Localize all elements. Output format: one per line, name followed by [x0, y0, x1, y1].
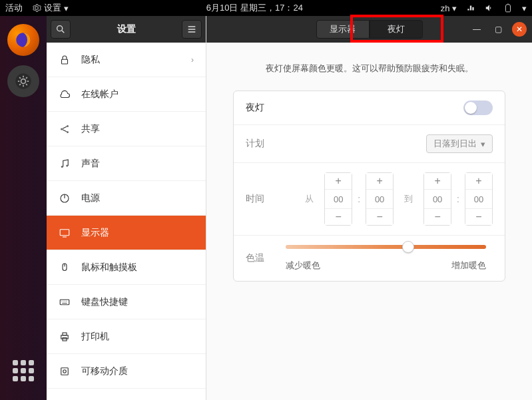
from-hour-input[interactable]: [325, 189, 352, 209]
hamburger-menu[interactable]: [182, 20, 202, 39]
to-minute-spinner[interactable]: + −: [465, 172, 493, 226]
minus-button[interactable]: −: [366, 209, 393, 225]
colon: :: [457, 194, 459, 204]
dock-settings[interactable]: [7, 65, 39, 97]
colon: :: [358, 194, 360, 204]
row-time: 时间 从 + − : + −: [234, 163, 505, 236]
tab-displays[interactable]: 显示器: [316, 20, 370, 39]
minus-button[interactable]: −: [424, 209, 451, 225]
temp-slider[interactable]: [286, 245, 486, 249]
svg-point-3: [57, 26, 63, 31]
schedule-label: 计划: [246, 138, 279, 150]
music-icon: [59, 158, 71, 170]
sidebar-item-label: 电源: [81, 192, 100, 204]
dock-show-apps[interactable]: [7, 355, 39, 387]
system-menu-arrow[interactable]: ▾: [522, 3, 527, 13]
night-light-description: 夜灯使屏幕颜色更暖。这可以帮助预防眼疲劳和失眠。: [233, 63, 505, 75]
settings-window: 设置 隐私 › 在线帐户 共享 声音: [47, 16, 532, 400]
chevron-down-icon: ▾: [481, 139, 485, 149]
sidebar-item-printer[interactable]: 打印机: [47, 319, 206, 354]
keyboard-icon: [59, 296, 71, 308]
window-controls: — ▢ ✕: [469, 22, 527, 37]
sidebar-item-label: 可移动介质: [81, 365, 128, 377]
sidebar-item-sound[interactable]: 声音: [47, 146, 206, 181]
gear-icon: [14, 72, 33, 91]
lock-icon: [59, 54, 71, 66]
from-minute-spinner[interactable]: + −: [366, 172, 394, 226]
less-warm-label: 减少暖色: [286, 260, 320, 272]
minimize-button[interactable]: —: [469, 22, 484, 37]
sidebar-item-label: 鼠标和触摸板: [81, 262, 137, 274]
svg-point-10: [66, 164, 68, 166]
svg-rect-20: [63, 337, 67, 341]
maximize-button[interactable]: ▢: [491, 22, 505, 37]
svg-point-8: [67, 131, 69, 133]
battery-icon[interactable]: [503, 3, 513, 13]
plus-button[interactable]: +: [424, 173, 451, 189]
plus-button[interactable]: +: [465, 173, 492, 189]
sidebar-item-color[interactable]: 色彩: [47, 389, 206, 400]
svg-rect-19: [63, 333, 67, 335]
sidebar-header: 设置: [47, 16, 206, 43]
network-icon[interactable]: [466, 3, 475, 13]
svg-rect-13: [60, 229, 69, 235]
sidebar-item-sharing[interactable]: 共享: [47, 112, 206, 146]
sidebar-item-online-accounts[interactable]: 在线帐户: [47, 77, 206, 112]
app-menu[interactable]: 设置 ▾: [32, 2, 69, 14]
svg-point-7: [67, 125, 69, 127]
schedule-value: 日落到日出: [433, 138, 477, 150]
input-source[interactable]: zh ▾: [441, 3, 457, 13]
svg-line-4: [62, 31, 64, 33]
share-icon: [59, 123, 71, 135]
slider-thumb[interactable]: [402, 241, 414, 253]
plus-button[interactable]: +: [366, 173, 393, 189]
close-button[interactable]: ✕: [512, 22, 527, 37]
night-light-panel: 夜灯 计划 日落到日出 ▾ 时间 从: [233, 91, 505, 282]
temp-slider-wrap: 减少暖色 增加暖色: [279, 245, 493, 272]
settings-main: 显示器 夜灯 — ▢ ✕ 夜灯使屏幕颜色更暖。这可以帮助预防眼疲劳和失眠。 夜灯…: [206, 16, 532, 400]
sidebar-title: 设置: [75, 23, 178, 35]
minus-button[interactable]: −: [465, 209, 492, 225]
content-area: 夜灯使屏幕颜色更暖。这可以帮助预防眼疲劳和失眠。 夜灯 计划 日落到日出 ▾: [206, 43, 532, 400]
night-light-label: 夜灯: [246, 102, 264, 114]
tab-night-light[interactable]: 夜灯: [370, 20, 423, 39]
sidebar-item-label: 打印机: [81, 331, 109, 343]
sidebar-item-display[interactable]: 显示器: [47, 216, 206, 250]
more-warm-label: 增加暖色: [451, 260, 486, 272]
clock[interactable]: 6月10日 星期三，17：24: [69, 2, 441, 14]
activities-button[interactable]: 活动: [5, 2, 23, 14]
to-label: 到: [404, 193, 413, 205]
from-hour-spinner[interactable]: + −: [324, 172, 352, 226]
sidebar-item-removable[interactable]: 可移动介质: [47, 354, 206, 389]
system-top-bar: 活动 设置 ▾ 6月10日 星期三，17：24 zh ▾ ▾: [0, 0, 532, 16]
to-minute-input[interactable]: [465, 189, 492, 209]
tab-group: 显示器 夜灯: [316, 20, 423, 39]
from-minute-input[interactable]: [366, 189, 393, 209]
dock: [0, 16, 47, 400]
sidebar-item-privacy[interactable]: 隐私 ›: [47, 43, 206, 77]
to-hour-input[interactable]: [424, 189, 451, 209]
search-button[interactable]: [51, 20, 71, 39]
schedule-combo[interactable]: 日落到日出 ▾: [426, 134, 493, 153]
cloud-icon: [59, 89, 71, 100]
sidebar-item-power[interactable]: 电源: [47, 181, 206, 216]
to-hour-spinner[interactable]: + −: [423, 172, 451, 226]
svg-point-9: [61, 166, 63, 168]
svg-point-22: [63, 369, 67, 373]
dock-firefox[interactable]: [7, 24, 39, 56]
main-header: 显示器 夜灯 — ▢ ✕: [206, 16, 532, 43]
sidebar-item-keyboard[interactable]: 键盘快捷键: [47, 285, 206, 319]
minus-button[interactable]: −: [325, 209, 352, 225]
sidebar-item-label: 共享: [81, 123, 100, 135]
search-icon: [55, 24, 66, 35]
sidebar-item-mouse[interactable]: 鼠标和触摸板: [47, 250, 206, 285]
svg-rect-21: [61, 367, 69, 375]
plus-button[interactable]: +: [325, 173, 352, 189]
display-icon: [59, 227, 71, 239]
menu-icon: [186, 24, 197, 35]
sidebar-item-label: 在线帐户: [81, 89, 119, 100]
settings-sidebar: 设置 隐私 › 在线帐户 共享 声音: [47, 16, 206, 400]
night-light-toggle[interactable]: [463, 100, 493, 115]
from-label: 从: [305, 193, 314, 205]
volume-icon[interactable]: [485, 3, 494, 13]
